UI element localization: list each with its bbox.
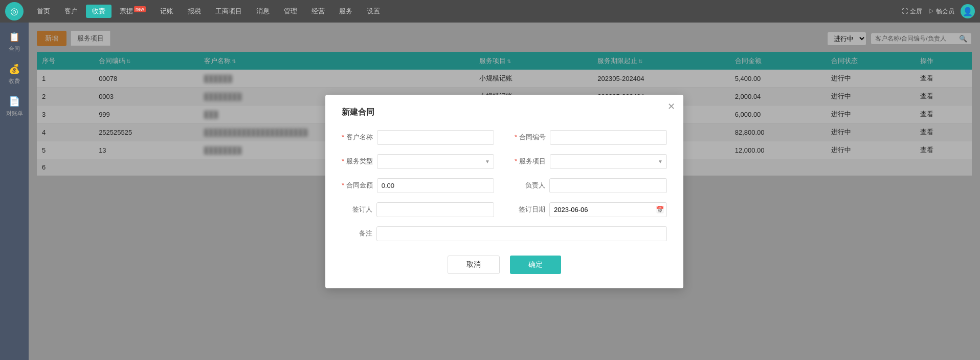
sidebar: 📋 合同 💰 收费 📄 对账单 <box>0 23 29 360</box>
nav-tax[interactable]: 报税 <box>182 5 207 18</box>
billing-icon: 💰 <box>8 63 20 75</box>
form-row-service-type: 服务类型 <box>342 154 494 169</box>
modal-footer: 取消 确定 <box>342 256 667 274</box>
sign-date-wrapper: 📅 <box>549 202 667 217</box>
sidebar-label-contract: 合同 <box>9 45 20 53</box>
app-logo: ◎ <box>5 2 24 20</box>
amount-input[interactable] <box>377 178 494 193</box>
customer-name-input[interactable] <box>377 130 494 145</box>
contract-no-label: 合同编号 <box>515 133 546 142</box>
sidebar-item-billing[interactable]: 💰 收费 <box>0 59 29 89</box>
nav-message[interactable]: 消息 <box>250 5 276 18</box>
responsible-input[interactable] <box>549 178 667 193</box>
sign-date-input[interactable] <box>549 202 667 217</box>
sidebar-item-reconciliation[interactable]: 📄 对账单 <box>0 91 29 121</box>
service-item-select-wrapper <box>550 154 667 169</box>
nav-business[interactable]: 工商项目 <box>209 5 248 18</box>
form-row-note: 备注 <box>342 226 667 241</box>
nav-invoice[interactable]: 票据new <box>114 5 152 18</box>
customer-label: 客户名称 <box>342 133 373 142</box>
main-layout: 📋 合同 💰 收费 📄 对账单 新增 服务项目 进行中 已完成 已终止 🔍 <box>0 23 980 360</box>
service-item-label: 服务项目 <box>515 157 546 166</box>
main-content: 新增 服务项目 进行中 已完成 已终止 🔍 序号 合同编码⇅ 客户名称⇅ 服务项… <box>29 23 980 360</box>
avatar[interactable]: 👤 <box>961 4 975 18</box>
nav-right: ⛶ 全屏 ▷ 畅会员 👤 <box>902 4 975 18</box>
responsible-label: 负责人 <box>515 181 545 190</box>
confirm-button[interactable]: 确定 <box>510 256 561 274</box>
nav-settings[interactable]: 设置 <box>361 5 386 18</box>
nav-billing[interactable]: 收费 <box>86 5 112 18</box>
nav-operation[interactable]: 经营 <box>305 5 331 18</box>
sidebar-item-contract[interactable]: 📋 合同 <box>0 27 29 57</box>
amount-label: 合同金额 <box>342 181 373 190</box>
fullscreen-button[interactable]: ⛶ 全屏 <box>902 7 922 16</box>
note-input[interactable] <box>376 226 667 241</box>
form-row-signer: 签订人 <box>342 202 494 217</box>
nav-customer[interactable]: 客户 <box>58 5 84 18</box>
sidebar-label-reconciliation: 对账单 <box>6 110 23 117</box>
contract-no-input[interactable] <box>550 130 667 145</box>
modal-overlay: ✕ 新建合同 客户名称 合同编号 服务类型 <box>29 23 980 360</box>
form-row-amount: 合同金额 <box>342 178 494 193</box>
form-row-sign-date: 签订日期 📅 <box>515 202 667 217</box>
form-row-service-item: 服务项目 <box>515 154 667 169</box>
service-type-label: 服务类型 <box>342 157 373 166</box>
signer-label: 签订人 <box>342 205 372 214</box>
nav-home[interactable]: 首页 <box>31 5 56 18</box>
new-contract-modal: ✕ 新建合同 客户名称 合同编号 服务类型 <box>325 95 683 288</box>
contract-icon: 📋 <box>8 31 20 43</box>
sign-date-label: 签订日期 <box>515 205 545 214</box>
signer-input[interactable] <box>376 202 494 217</box>
sidebar-label-billing: 收费 <box>9 77 20 85</box>
service-item-select[interactable] <box>550 154 667 169</box>
nav-manage[interactable]: 管理 <box>278 5 303 18</box>
modal-close-button[interactable]: ✕ <box>667 101 675 112</box>
nav-bookkeeping[interactable]: 记账 <box>154 5 180 18</box>
logo-icon: ◎ <box>10 6 18 17</box>
form-row-contract-no: 合同编号 <box>515 130 667 145</box>
form-row-customer: 客户名称 <box>342 130 494 145</box>
service-type-select-wrapper <box>377 154 494 169</box>
modal-title: 新建合同 <box>342 107 667 118</box>
form-row-responsible: 负责人 <box>515 178 667 193</box>
nav-service[interactable]: 服务 <box>333 5 359 18</box>
calendar-icon[interactable]: 📅 <box>656 206 664 214</box>
cancel-button[interactable]: 取消 <box>448 256 500 274</box>
form-grid: 客户名称 合同编号 服务类型 <box>342 130 667 241</box>
nav-menu: 首页 客户 收费 票据new 记账 报税 工商项目 消息 管理 经营 服务 设置 <box>31 5 902 18</box>
reconciliation-icon: 📄 <box>8 95 20 108</box>
new-badge: new <box>134 6 146 12</box>
note-label: 备注 <box>342 229 372 238</box>
top-navigation: ◎ 首页 客户 收费 票据new 记账 报税 工商项目 消息 管理 经营 服务 … <box>0 0 980 23</box>
service-type-select[interactable] <box>377 154 494 169</box>
vip-button[interactable]: ▷ 畅会员 <box>928 7 954 16</box>
